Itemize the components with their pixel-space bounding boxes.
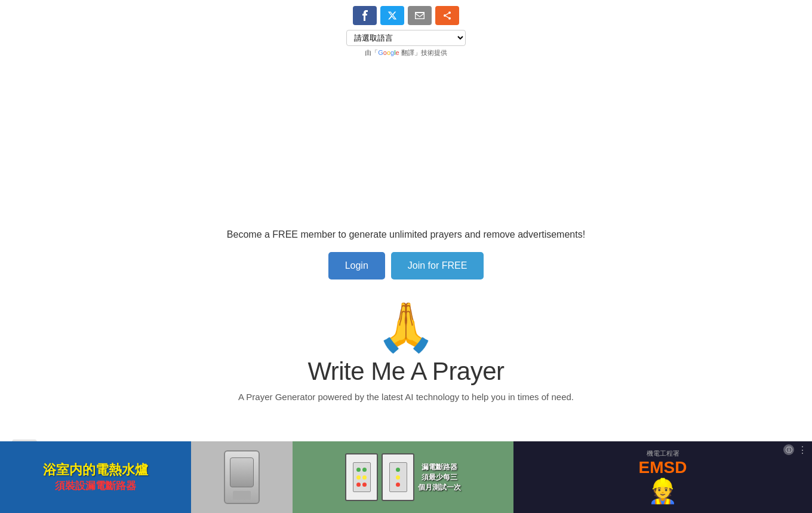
ad-more-icon[interactable]: ⋮ <box>798 444 807 456</box>
svg-point-2 <box>448 17 451 20</box>
emsd-logo: EMSD <box>639 458 687 477</box>
login-button[interactable]: Login <box>328 252 385 279</box>
svg-line-4 <box>446 13 449 15</box>
ad-banner: 浴室内的電熱水爐 須裝設漏電斷路器 <box>0 441 812 513</box>
svg-point-1 <box>444 14 446 17</box>
social-buttons <box>353 6 459 25</box>
ad-info-icon[interactable]: ⓘ <box>783 444 794 455</box>
ad-segment-left: 浴室内的電熱水爐 須裝設漏電斷路器 <box>0 441 191 513</box>
prayer-emoji: 🙏 <box>376 303 436 351</box>
ad-right-line3: 個月測試一次 <box>418 483 461 493</box>
language-selector: 請選取語言 由「Google 翻譯」技術提供 <box>346 30 466 57</box>
main-content: Become a FREE member to generate unlimit… <box>0 62 812 402</box>
twitter-share-button[interactable] <box>380 6 404 25</box>
button-group: Login Join for FREE <box>328 252 484 279</box>
ad-right-text: 漏電斷路器 須最少每三 個月測試一次 <box>418 462 461 493</box>
ad-segment-circuit: 漏電斷路器 須最少每三 個月測試一次 <box>293 441 513 513</box>
email-share-button[interactable] <box>408 6 432 25</box>
circuit-box-2 <box>382 453 414 501</box>
join-button[interactable]: Join for FREE <box>391 252 484 279</box>
ad-segment-heater <box>191 441 293 513</box>
top-bar: 請選取語言 由「Google 翻譯」技術提供 <box>0 0 812 62</box>
ad-visual: 浴室内的電熱水爐 須裝設漏電斷路器 <box>0 441 812 513</box>
emsd-person-icon: 👷 <box>648 477 678 505</box>
membership-prompt: Become a FREE member to generate unlimit… <box>227 229 585 240</box>
water-heater-image <box>224 450 260 504</box>
page-subtitle: A Prayer Generator powered by the latest… <box>238 392 574 402</box>
google-translate-credit: 由「Google 翻譯」技術提供 <box>365 48 447 57</box>
page-title: Write Me A Prayer <box>307 357 504 386</box>
sharethis-button[interactable] <box>435 6 459 25</box>
ad-segment-emsd: 機電工程署 EMSD 👷 <box>513 441 812 513</box>
svg-point-0 <box>448 11 451 14</box>
ad-title-line2: 須裝設漏電斷路器 <box>55 479 136 493</box>
facebook-share-button[interactable] <box>353 6 377 25</box>
language-select-dropdown[interactable]: 請選取語言 <box>346 30 466 46</box>
circuit-box-1 <box>345 453 378 501</box>
ad-right-line2: 須最少每三 <box>418 472 461 483</box>
ad-right-line1: 漏電斷路器 <box>418 462 461 472</box>
svg-line-3 <box>446 16 449 18</box>
ad-engineer-label: 機電工程署 <box>647 449 679 458</box>
ad-title-line1: 浴室内的電熱水爐 <box>43 462 148 479</box>
